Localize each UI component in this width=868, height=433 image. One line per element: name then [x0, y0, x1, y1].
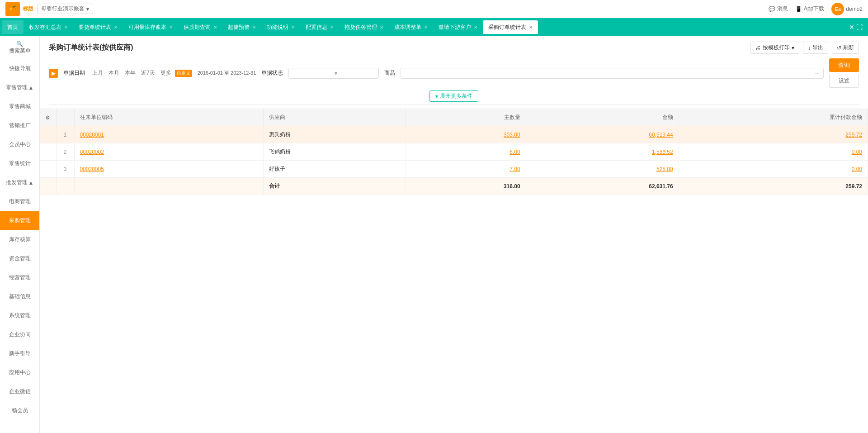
shortcut-7days[interactable]: 近7天	[139, 68, 157, 78]
quantity-link[interactable]: 6.00	[509, 149, 520, 155]
filter-toggle[interactable]: ▶	[49, 69, 58, 78]
workspace-selector[interactable]: 母婴行业演示账套 ▾	[37, 4, 93, 14]
tab-home[interactable]: 首页	[2, 20, 24, 34]
sidebar-item-pifa[interactable]: 批发管理 ▲	[0, 173, 39, 192]
code-link[interactable]: 00020005	[80, 166, 104, 172]
template-print-label: 按模板打印	[763, 44, 790, 52]
workspace-label: 母婴行业演示账套	[41, 5, 85, 13]
tab-chengben[interactable]: 成本调整单 ✕	[389, 20, 433, 34]
user-profile[interactable]: Ea demo2	[831, 3, 863, 15]
footer-label: 合计	[263, 178, 406, 195]
paid-link[interactable]: 0.00	[852, 149, 862, 155]
maximize-icon[interactable]: ⛶	[856, 24, 863, 31]
tab-chaochuyujing[interactable]: 超储预警 ✕	[222, 20, 261, 34]
sidebar-item-lingshoustat[interactable]: 零售统计	[0, 154, 39, 173]
paid-link[interactable]: 259.72	[845, 132, 862, 138]
footer-quantity: 316.00	[406, 178, 526, 195]
sidebar-item-dianshang[interactable]: 电商管理	[0, 192, 39, 211]
export-button[interactable]: ↓ 导出	[803, 42, 828, 54]
sidebar-item-label: 批发管理	[6, 179, 28, 186]
custom-tag[interactable]: 自定义	[175, 70, 192, 77]
table-row: 2 00020002 飞鹤奶粉 6.00 1,586.52 0.00	[40, 143, 868, 161]
paid-link[interactable]: 0.00	[852, 166, 862, 172]
close-icon[interactable]: ✕	[291, 25, 295, 30]
tab-gongneng[interactable]: 功能说明 ✕	[261, 20, 300, 34]
close-icon[interactable]: ✕	[330, 25, 334, 30]
sidebar-item-xinshou[interactable]: 新手引导	[0, 344, 39, 363]
more-icon: ···	[815, 70, 820, 76]
sidebar-search[interactable]: 🔍 搜索菜单	[0, 36, 39, 59]
sidebar-item-changyuan[interactable]: 畅会员	[0, 401, 39, 420]
shortcut-more[interactable]: 更多	[159, 68, 173, 78]
quantity-link[interactable]: 7.00	[509, 166, 520, 172]
close-window-icon[interactable]: ✕	[849, 24, 854, 31]
row-settings	[40, 161, 56, 178]
code-link[interactable]: 00020002	[80, 149, 104, 155]
col-settings[interactable]: ⚙	[40, 109, 56, 126]
sidebar-item-jichu[interactable]: 基础信息	[0, 287, 39, 306]
nav-controls: ✕ ⛶	[845, 24, 866, 31]
message-button[interactable]: 💬 消息	[769, 5, 788, 13]
sidebar-item-kuaijie[interactable]: 快捷导航	[0, 59, 39, 78]
table-row: 3 00020005 好孩子 7.00 525.80 0.00	[40, 161, 868, 178]
goods-input[interactable]: ···	[401, 68, 824, 79]
close-icon[interactable]: ✕	[380, 25, 383, 30]
page-header: 采购订单统计表(按供应商) 🖨 按模板打印 ▾ ↓ 导出 ↺ 刷新	[40, 36, 868, 109]
tab-label: 功能说明	[267, 24, 288, 31]
sidebar-item-zijin[interactable]: 资金管理	[0, 249, 39, 268]
refresh-button[interactable]: ↺ 刷新	[832, 42, 859, 54]
template-print-button[interactable]: 🖨 按模板打印 ▾	[750, 42, 799, 54]
sidebar-item-yingxiao[interactable]: 营销推广	[0, 116, 39, 135]
shortcut-this-month[interactable]: 本月	[107, 68, 121, 78]
sidebar-item-lingshoucollapse1[interactable]: 零售商城	[0, 97, 39, 116]
shortcut-this-year[interactable]: 本年	[123, 68, 137, 78]
sidebar-item-label: 资金管理	[9, 255, 31, 262]
tab-baozhi[interactable]: 保质期查询 ✕	[178, 20, 222, 34]
row-paid: 0.00	[679, 161, 868, 178]
expand-conditions-button[interactable]: ▾ 展开更多条件	[429, 90, 478, 102]
shortcut-last-month[interactable]: 上月	[90, 68, 105, 78]
amount-link[interactable]: 1,586.52	[652, 149, 673, 155]
col-supplier: 供应商	[263, 109, 406, 126]
close-icon[interactable]: ✕	[114, 25, 118, 30]
close-icon[interactable]: ✕	[252, 25, 256, 30]
app-download-button[interactable]: 📱 App下载	[795, 5, 824, 13]
status-select[interactable]: ▾	[288, 68, 379, 79]
close-icon[interactable]: ✕	[213, 25, 217, 30]
user-avatar: Ea	[831, 3, 844, 15]
tab-caigou[interactable]: 采购订单统计表 ✕	[483, 20, 538, 34]
quantity-link[interactable]: 303.00	[504, 132, 520, 138]
table-footer: 合计 316.00 62,631.76 259.72	[40, 178, 868, 195]
sidebar-item-label: 营销推广	[9, 122, 31, 128]
sidebar-item-qiyeweixin[interactable]: 企业微信	[0, 382, 39, 401]
nav-tabs: 首页 收发存汇总表 ✕ 要货单统计表 ✕ 可用量库存账本 ✕ 保质期查询 ✕ 超…	[0, 18, 868, 36]
amount-link[interactable]: 525.80	[656, 166, 673, 172]
download-icon: 📱	[795, 6, 802, 12]
tab-yaohuo[interactable]: 要货单统计表 ✕	[73, 20, 123, 34]
amount-link[interactable]: 60,519.44	[649, 132, 673, 138]
sidebar-item-caigou[interactable]: 采购管理	[0, 211, 39, 230]
code-link[interactable]: 00020001	[80, 132, 104, 138]
tab-yaoqing[interactable]: 邀请下游客户 ✕	[433, 20, 483, 34]
sidebar-item-label: 企业协同	[9, 331, 31, 338]
tab-shoufashui[interactable]: 收发存汇总表 ✕	[24, 20, 73, 34]
sidebar-item-xitong[interactable]: 系统管理	[0, 306, 39, 325]
tab-tuohuo[interactable]: 拖货任务管理 ✕	[339, 20, 389, 34]
tab-keyongliang[interactable]: 可用量库存账本 ✕	[123, 20, 178, 34]
sidebar-item-jingying[interactable]: 经营管理	[0, 268, 39, 287]
close-icon[interactable]: ✕	[169, 25, 173, 30]
close-icon[interactable]: ✕	[474, 25, 477, 30]
close-icon[interactable]: ✕	[424, 25, 428, 30]
sidebar-item-kucun[interactable]: 库存核算	[0, 230, 39, 249]
sidebar-item-qiye[interactable]: 企业协同	[0, 325, 39, 344]
sidebar-item-yingyong[interactable]: 应用中心	[0, 363, 39, 382]
main-layout: 🔍 搜索菜单 快捷导航 零售管理 ▲ 零售商城 营销推广 会员中心 零售统计 批…	[0, 36, 868, 433]
filter-row: ▶ 单据日期 上月 本月 本年 近7天 更多 自定义 2016-01-01 至 …	[49, 58, 859, 88]
close-icon[interactable]: ✕	[529, 25, 533, 30]
settings-button[interactable]: 设置	[829, 74, 859, 88]
tab-peizhi[interactable]: 配置信息 ✕	[300, 20, 339, 34]
query-button[interactable]: 查询	[829, 58, 859, 72]
close-icon[interactable]: ✕	[64, 25, 68, 30]
sidebar-item-lingshou[interactable]: 零售管理 ▲	[0, 78, 39, 97]
sidebar-item-huiyuan[interactable]: 会员中心	[0, 135, 39, 154]
